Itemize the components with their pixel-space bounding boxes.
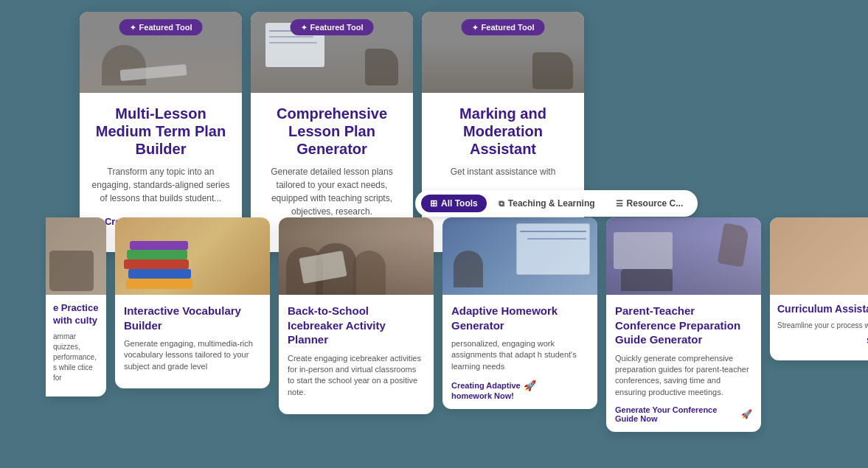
card-desc-icebreaker: Create engaging icebreaker activities fo… — [288, 353, 425, 399]
card-body-icebreaker: Back-to-School Icebreaker Activity Plann… — [279, 295, 434, 414]
featured-badge-2: ✦ Featured Tool — [291, 19, 374, 35]
card-desc-lesson-plan: Generate detailed lesson plans tailored … — [263, 165, 401, 218]
card-title-marking: Marking and Moderation Assistant — [434, 105, 572, 158]
filter-teaching-learning[interactable]: ⧉ Teaching & Learning — [490, 195, 604, 212]
card-desc-parent-teacher: Quickly generate comprehensive preparati… — [615, 353, 752, 399]
card-lesson-plan: ✦ Featured Tool Comprehensive Lesson Pla… — [251, 12, 413, 252]
card-multi-lesson: ✦ ✦ Featured Tool Featured Tool Multi-Le… — [80, 12, 242, 252]
card-desc-vocabulary: Generate engaging, multimedia-rich vocab… — [124, 338, 261, 372]
card-title-adaptive: Adaptive Homework Generator — [451, 304, 588, 332]
link-icon-adaptive: 🚀 — [524, 380, 536, 391]
card-vocabulary: Interactive Vocabulary Builder Generate … — [115, 217, 270, 388]
card-title-icebreaker: Back-to-School Icebreaker Activity Plann… — [288, 304, 425, 347]
card-partial-left: e Practice with culty ammar quizzes, per… — [46, 217, 106, 397]
card-image-curriculum — [770, 217, 868, 295]
star-icon-2: ✦ — [301, 24, 307, 32]
card-link-curriculum[interactable]: Start Mapping Y... Curriculum No... — [777, 337, 868, 353]
card-link-parent-teacher[interactable]: Generate Your Conference Guide Now 🚀 — [615, 405, 752, 423]
link-icon-pt: 🚀 — [741, 409, 752, 419]
card-image-lesson-plan: ✦ Featured Tool — [251, 12, 413, 93]
card-body-curriculum: Curriculum Assistant fo Academic Y... St… — [770, 295, 868, 360]
star-icon-3: ✦ — [472, 24, 478, 32]
card-image-parent-teacher — [606, 217, 761, 295]
card-desc-partial: ammar quizzes, performance, s while ctic… — [53, 332, 99, 383]
star-icon-1: ✦ — [130, 24, 136, 32]
card-image-vocabulary — [115, 217, 270, 295]
card-image-partial — [46, 217, 106, 295]
bottom-cards-row: e Practice with culty ammar quizzes, per… — [46, 217, 868, 432]
card-title-vocabulary: Interactive Vocabulary Builder — [124, 304, 261, 332]
card-desc-multi-lesson: Transform any topic into an engaging, st… — [91, 165, 230, 205]
card-image-marking: ✦ Featured Tool — [422, 12, 584, 93]
card-body-adaptive: Adaptive Homework Generator personalized… — [442, 295, 597, 409]
card-title-parent-teacher: Parent-Teacher Conference Preparation Gu… — [615, 304, 752, 347]
card-link-adaptive[interactable]: Creating Adaptive 🚀 — [451, 380, 588, 391]
card-icebreaker: Back-to-School Icebreaker Activity Plann… — [279, 217, 434, 414]
card-image-adaptive — [442, 217, 597, 295]
card-title-lesson-plan: Comprehensive Lesson Plan Generator — [263, 105, 401, 158]
card-parent-teacher: Parent-Teacher Conference Preparation Gu… — [606, 217, 761, 432]
card-image-multi-lesson: ✦ ✦ Featured Tool Featured Tool — [80, 12, 242, 93]
card-link-adaptive-line2: homework Now! — [451, 391, 588, 400]
card-title-curriculum: Curriculum Assistant fo Academic Y... — [777, 302, 868, 315]
card-title-multi-lesson: Multi-Lesson Medium Term Plan Builder — [91, 105, 230, 158]
card-title-partial: e Practice with culty — [53, 302, 99, 327]
filter-bar: ⊞ ⊞ All Tools All Tools ⧉ Teaching & Lea… — [415, 190, 698, 217]
card-curriculum: Curriculum Assistant fo Academic Y... St… — [770, 217, 868, 360]
resource-icon: ☰ — [616, 199, 623, 209]
filter-all-tools[interactable]: ⊞ ⊞ All Tools All Tools — [421, 195, 487, 212]
card-desc-curriculum: Streamline your c process with our a Cur… — [777, 321, 868, 331]
card-image-icebreaker — [279, 217, 434, 295]
card-body-parent-teacher: Parent-Teacher Conference Preparation Gu… — [606, 295, 761, 432]
grid-icon: ⊞ — [430, 198, 437, 209]
card-adaptive: Adaptive Homework Generator personalized… — [442, 217, 597, 409]
filter-resource-creation[interactable]: ☰ Resource C... — [607, 195, 692, 212]
featured-badge-1: ✦ ✦ Featured Tool Featured Tool — [119, 19, 203, 35]
featured-badge-3: ✦ Featured Tool — [462, 19, 545, 35]
card-desc-marking: Get instant assistance with — [434, 165, 572, 178]
card-body-partial: e Practice with culty ammar quizzes, per… — [46, 295, 106, 397]
main-container: ✦ ✦ Featured Tool Featured Tool Multi-Le… — [0, 0, 868, 468]
card-body-vocabulary: Interactive Vocabulary Builder Generate … — [115, 295, 270, 388]
teaching-icon: ⧉ — [499, 199, 504, 209]
card-desc-adaptive: personalized, engaging work assignments … — [451, 338, 588, 372]
